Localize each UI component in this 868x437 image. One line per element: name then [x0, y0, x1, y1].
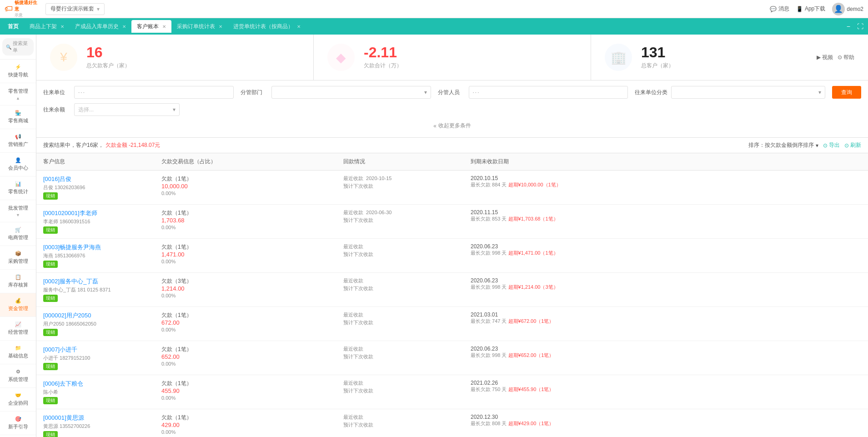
tab-product-offsale-close[interactable]: ✕: [60, 24, 64, 29]
customer-name-link[interactable]: [000001]黄思源: [43, 414, 148, 422]
overdue-link[interactable]: 超期¥672.00（1笔）: [508, 318, 554, 324]
filter-bar: 往来单位 ··· 分管部门 ▾ 分管人员 ···: [36, 80, 868, 138]
top-right-area: 💬 消息 📱 App下载 👤 demo2: [770, 3, 863, 15]
newbie-label: 新手引导: [8, 423, 28, 430]
customer-phone: 用户2050 18665062050: [43, 321, 148, 327]
sidebar-item-purchase[interactable]: 📦 采购管理: [0, 246, 36, 270]
sidebar-item-capital[interactable]: 💰 资金管理: [0, 293, 36, 317]
sidebar-item-retail-mgmt[interactable]: 零售管理 ▲: [0, 83, 36, 105]
collection-cell: 最近收款 预计下次收款: [336, 409, 464, 437]
filter-dept-select[interactable]: ▾: [271, 86, 431, 99]
overdue-link[interactable]: 超期¥455.90（1笔）: [508, 387, 554, 392]
debt-amount[interactable]: 1,214.00: [161, 285, 330, 292]
tab-purchase-order-close[interactable]: ✕: [219, 24, 222, 29]
tab-product-offsale[interactable]: 商品上下架 ✕: [24, 20, 70, 33]
overdue-link[interactable]: 超期¥429.00（1笔）: [508, 421, 554, 426]
collapse-filter-btn[interactable]: « 收起更多条件: [431, 120, 473, 132]
debt-amount[interactable]: 672.00: [161, 319, 330, 326]
sidebar-item-retail-stats[interactable]: 📊 零售统计: [0, 176, 36, 200]
debt-amount[interactable]: 10,000.00: [161, 183, 330, 190]
export-btn[interactable]: ⊙ 导出: [823, 141, 840, 149]
customer-name-link[interactable]: [0003]畅捷服务尹海燕: [43, 243, 148, 251]
refresh-btn[interactable]: ⊙ 刷新: [844, 141, 861, 149]
logo-text: 畅捷通好生意: [15, 0, 41, 12]
sidebar-item-ops[interactable]: 📈 经营管理: [0, 317, 36, 341]
table-row: [0003]畅捷服务尹海燕 海燕 18513066976 现销 欠款（1笔） 1…: [36, 239, 868, 273]
sidebar-item-member[interactable]: 👤 会员中心: [0, 153, 36, 176]
overdue-link[interactable]: 超期¥1,703.68（1笔）: [508, 216, 558, 221]
debt-amount[interactable]: 652.00: [161, 353, 330, 360]
export-label: 导出: [829, 141, 840, 149]
quick-nav-label: 快捷导航: [8, 71, 28, 78]
debt-percent: 0.00%: [161, 225, 330, 230]
overdue-link[interactable]: 超期¥1,471.00（1笔）: [508, 250, 558, 256]
table-row: [0007]小进千 小进千 18279152100 现销 欠款（1笔） 652.…: [36, 341, 868, 375]
tab-product-inbound[interactable]: 产成品入库单历史 ✕: [70, 20, 131, 33]
search-menu-box[interactable]: 🔍 搜索菜单: [2, 38, 34, 55]
user-area[interactable]: 👤 demo2: [832, 3, 863, 15]
sidebar-item-marketing[interactable]: 📢 营销推广: [0, 129, 36, 153]
tab-maximize-btn[interactable]: ⛶: [855, 22, 866, 31]
sidebar-item-quick-nav[interactable]: ⚡ 快捷导航: [0, 60, 36, 83]
sidebar-item-ecommerce[interactable]: 🛒 电商管理: [0, 222, 36, 246]
capital-icon: 💰: [15, 298, 21, 304]
collection-cell: 最近收款 预计下次收款: [336, 375, 464, 409]
tab-inbound-stats-close[interactable]: ✕: [297, 24, 301, 29]
tab-customer-account[interactable]: 客户账本 ✕: [131, 20, 171, 33]
debt-info-cell: 欠款（1笔） 1,703.68 0.00%: [155, 205, 336, 239]
query-button[interactable]: 查询: [832, 86, 861, 99]
filter-balance-label: 往来余额: [43, 106, 70, 114]
tab-minimize-btn[interactable]: −: [844, 22, 853, 31]
overdue-link[interactable]: 超期¥652.00（1笔）: [508, 352, 554, 358]
filter-balance: 往来余额 选择... ▾: [43, 103, 180, 116]
overdue-link[interactable]: 超期¥10,000.00（1笔）: [508, 182, 561, 187]
customer-tag: 现销: [43, 261, 58, 268]
sidebar-item-app-center[interactable]: 📱 应用中心: [0, 435, 36, 437]
tab-home[interactable]: 首页: [2, 20, 24, 33]
debt-amount[interactable]: 455.90: [161, 387, 330, 394]
sidebar-item-newbie[interactable]: 🎯 新手引导: [0, 412, 36, 435]
top-bar: 🏷 畅捷通好生意 示意 母婴行业演示账套 ▾ 💬 消息 📱 App下载 👤 de…: [0, 0, 868, 18]
filter-row-2: 往来余额 选择... ▾: [43, 103, 861, 116]
filter-person-input[interactable]: ···: [469, 86, 628, 99]
debt-amount[interactable]: 429.00: [161, 422, 330, 428]
customer-name-link[interactable]: [0016]吕俊: [43, 175, 148, 183]
help-btn[interactable]: ⊙ 帮助: [838, 54, 854, 61]
overdue-link[interactable]: 超期¥1,214.00（3笔）: [508, 284, 558, 290]
retail-store-label: 零售商城: [8, 117, 28, 124]
video-btn[interactable]: ▶ 视频: [817, 54, 833, 61]
customer-tag: 现销: [43, 226, 58, 234]
customer-name-link[interactable]: [0002]服务中心_丁磊: [43, 277, 148, 286]
debt-amount[interactable]: 1,703.68: [161, 217, 330, 224]
customer-info-cell: [0006]去下粮仓 陈小希 现销: [36, 375, 155, 409]
debt-info-cell: 欠款（1笔） 652.00 0.00%: [155, 341, 336, 375]
sort-select[interactable]: 排序：按欠款金额倒序排序 ▾: [748, 141, 818, 149]
app-download-btn[interactable]: 📱 App下载: [796, 5, 825, 13]
purchase-label: 采购管理: [8, 258, 28, 265]
filter-balance-select[interactable]: 选择... ▾: [74, 103, 180, 116]
customer-info-cell: [000001]黄思源 黄思源 13552700226 现销: [36, 409, 155, 437]
customer-name-link[interactable]: [000002]用户2050: [43, 311, 148, 320]
sidebar-item-inventory[interactable]: 📋 库存核算: [0, 270, 36, 293]
filter-unit-category-select[interactable]: ▾: [671, 86, 825, 99]
sidebar-item-enterprise[interactable]: 🤝 企业协同: [0, 388, 36, 412]
member-label: 会员中心: [8, 165, 28, 171]
th-debt-info: 欠款交易信息（占比）: [155, 153, 336, 171]
tab-product-inbound-close[interactable]: ✕: [122, 24, 126, 29]
tab-purchase-order[interactable]: 采购订单统计表 ✕: [171, 20, 228, 33]
sidebar-item-system[interactable]: ⚙ 系统管理: [0, 364, 36, 388]
customer-name-link[interactable]: [0007]小进千: [43, 346, 148, 354]
customer-name-link[interactable]: [0001020001]李老师: [43, 209, 148, 217]
tab-inbound-stats[interactable]: 进货单统计表（按商品） ✕: [228, 20, 306, 33]
sidebar-item-basic-info[interactable]: 📁 基础信息: [0, 341, 36, 364]
filter-unit-input[interactable]: ···: [74, 86, 234, 99]
due-date: 2020.06.23: [471, 243, 861, 250]
debt-amount[interactable]: 1,471.00: [161, 251, 330, 258]
message-btn[interactable]: 💬 消息: [770, 5, 789, 13]
industry-selector[interactable]: 母婴行业演示账套 ▾: [45, 3, 105, 15]
sidebar-item-retail-store[interactable]: 🏪 零售商城: [0, 105, 36, 129]
customer-name-link[interactable]: [0006]去下粮仓: [43, 380, 148, 388]
marketing-icon: 📢: [15, 134, 21, 140]
sidebar-item-batch-mgmt[interactable]: 批发管理 ▼: [0, 200, 36, 222]
tab-customer-account-close[interactable]: ✕: [162, 24, 166, 29]
